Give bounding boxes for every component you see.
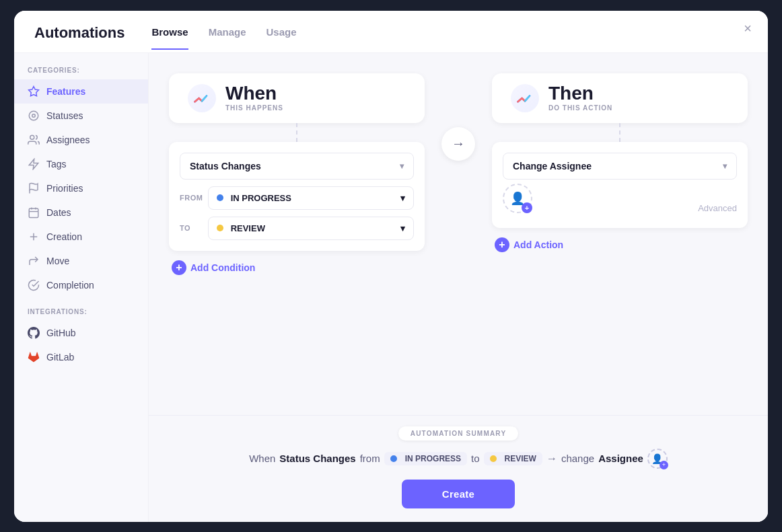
modal-title: Automations [34,24,125,52]
arrow-connector: → [425,73,492,161]
to-dot [217,225,223,231]
sidebar-item-assignees-label: Assignees [46,135,90,145]
sidebar-item-completion-label: Completion [46,280,94,291]
features-icon [28,85,40,98]
svg-point-0 [29,111,38,120]
to-filter-row: TO REVIEW ▾ [180,217,414,240]
sidebar-item-dates[interactable]: Dates [14,200,148,225]
to-chevron: ▾ [400,223,405,233]
then-subtitle: DO THIS ACTION [548,104,612,112]
sidebar-item-gitlab-label: GitLab [46,352,74,363]
summary-pill: AUTOMATION SUMMARY [169,426,748,441]
when-connector-top [296,123,297,142]
add-condition-label: Add Condition [190,262,255,273]
svg-rect-5 [29,208,38,218]
completion-icon [28,279,40,291]
sidebar-item-completion[interactable]: Completion [14,273,148,297]
summary-assignee-icon-wrap: 👤 + [647,449,668,469]
arrow-circle: → [441,127,475,161]
dates-icon [28,206,40,219]
sidebar-item-move[interactable]: Move [14,249,148,273]
sidebar: CATEGORIES: Features Statuses Assignees [14,53,149,522]
integrations-label: INTEGRATIONS: [14,308,148,321]
close-button[interactable]: × [744,22,752,35]
summary-when: When [249,453,275,464]
when-logo-wrap [188,84,216,112]
add-condition[interactable]: + Add Condition [169,260,258,275]
to-value: REVIEW [231,223,265,233]
then-title: Then [548,84,612,103]
modal-header: Automations Browse Manage Usage × [14,11,768,53]
creation-icon [28,231,40,243]
sidebar-item-github-label: GitHub [46,328,76,338]
sidebar-item-gitlab[interactable]: GitLab [14,345,148,369]
svg-point-1 [32,114,36,117]
summary-badge-review-label: REVIEW [505,454,536,463]
from-dropdown[interactable]: IN PROGRESS ▾ [208,186,414,210]
summary-badge-in-progress-label: IN PROGRESS [405,454,461,463]
to-label: TO [180,224,201,232]
assignee-row: 👤 + Advanced [503,180,737,217]
sidebar-item-tags-label: Tags [46,159,67,169]
from-filter-row: FROM IN PROGRESS ▾ [180,186,414,210]
when-title: When [225,84,283,103]
summary-text: When Status Changes from IN PROGRESS to … [169,449,748,469]
sidebar-item-statuses[interactable]: Statuses [14,104,148,128]
trigger-value: Status Changes [190,161,261,172]
trigger-dropdown[interactable]: Status Changes ▾ [180,153,414,180]
tab-usage[interactable]: Usage [266,26,297,50]
main-content: When THIS HAPPENS Status Changes ▾ FROM [149,53,768,522]
assignee-placeholder[interactable]: 👤 + [503,184,532,213]
summary-assignee-plus: + [660,461,668,469]
summary-from: from [360,453,380,464]
summary-change: change [561,453,594,464]
sidebar-item-features[interactable]: Features [14,79,148,104]
from-dot [217,194,223,201]
from-content: IN PROGRESS [217,193,291,203]
svg-marker-3 [29,159,38,169]
add-action-label: Add Action [513,239,563,250]
when-header: When THIS HAPPENS [169,73,425,123]
sidebar-item-creation[interactable]: Creation [14,225,148,249]
advanced-link[interactable]: Advanced [698,203,737,213]
add-condition-icon: + [172,260,186,275]
sidebar-item-features-label: Features [46,86,85,97]
automation-builder: When THIS HAPPENS Status Changes ▾ FROM [149,53,768,415]
action-chevron: ▾ [723,161,727,171]
summary-pill-label: AUTOMATION SUMMARY [398,426,519,441]
tabs-container: Browse Manage Usage [151,26,296,50]
then-logo-wrap [511,84,539,112]
sidebar-item-github[interactable]: GitHub [14,321,148,345]
trigger-chevron: ▾ [400,161,404,171]
sidebar-item-dates-label: Dates [46,207,71,218]
sidebar-item-tags[interactable]: Tags [14,152,148,176]
to-dropdown[interactable]: REVIEW ▾ [208,217,414,240]
sidebar-item-assignees[interactable]: Assignees [14,128,148,152]
clickup-logo-then [516,89,534,108]
tags-icon [28,158,40,170]
sidebar-item-priorities[interactable]: Priorities [14,176,148,200]
summary-status-changes: Status Changes [279,453,355,464]
statuses-icon [28,110,40,122]
assignees-icon [28,134,40,146]
summary-badge-review: REVIEW [484,452,542,465]
add-action[interactable]: + Add Action [492,237,566,252]
from-value: IN PROGRESS [231,193,291,203]
then-connector-top [619,123,620,142]
then-column: Then DO THIS ACTION Change Assignee ▾ 👤 [492,73,748,252]
sidebar-item-move-label: Move [46,256,69,266]
tab-browse[interactable]: Browse [151,26,188,50]
github-icon [28,327,40,339]
summary-badge-review-dot [490,455,497,462]
when-column: When THIS HAPPENS Status Changes ▾ FROM [169,73,425,275]
to-content: REVIEW [217,223,265,233]
when-card: Status Changes ▾ FROM IN PROGRESS ▾ [169,142,425,251]
sidebar-item-statuses-label: Statuses [46,110,83,121]
create-button[interactable]: Create [402,480,516,508]
sidebar-item-creation-label: Creation [46,231,82,242]
gitlab-icon [28,351,40,363]
tab-manage[interactable]: Manage [209,26,246,50]
priorities-icon [28,182,40,194]
modal-body: CATEGORIES: Features Statuses Assignees [14,53,768,522]
action-dropdown[interactable]: Change Assignee ▾ [503,153,737,180]
